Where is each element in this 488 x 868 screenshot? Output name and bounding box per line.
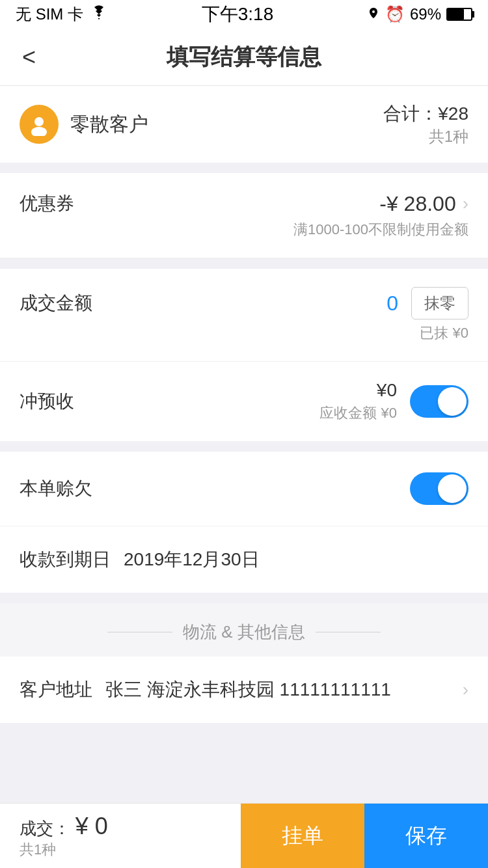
address-section: 客户地址 张三 海淀永丰科技园 11111111111 › bbox=[0, 657, 488, 723]
coupon-amount: -¥ 28.00 bbox=[379, 192, 455, 216]
logistics-title: 物流 & 其他信息 bbox=[107, 621, 381, 644]
customer-right: 合计：¥28 共1种 bbox=[383, 102, 468, 147]
toggle-knob bbox=[438, 387, 467, 416]
bottom-bar: 成交： ¥ 0 共1种 挂单 保存 bbox=[0, 803, 488, 868]
address-label: 客户地址 bbox=[20, 677, 92, 702]
coupon-label: 优惠券 bbox=[20, 191, 74, 216]
status-right: ⏰ 69% bbox=[367, 5, 472, 23]
time-display: 下午3:18 bbox=[202, 2, 274, 27]
debt-toggle-knob bbox=[438, 474, 467, 503]
logistics-line-left bbox=[107, 632, 172, 632]
prepay-label: 冲预收 bbox=[20, 389, 74, 414]
location-icon bbox=[367, 5, 380, 23]
debt-section: 本单赊欠 收款到期日 2019年12月30日 bbox=[0, 452, 488, 593]
debt-row: 本单赊欠 bbox=[0, 452, 488, 526]
transaction-amount: 0 bbox=[386, 292, 398, 316]
address-row[interactable]: 客户地址 张三 海淀永丰科技园 11111111111 › bbox=[0, 657, 488, 723]
transaction-sub: 已抹 ¥0 bbox=[20, 323, 468, 343]
bottom-amount: ¥ 0 bbox=[75, 813, 108, 839]
alarm-icon: ⏰ bbox=[385, 5, 405, 23]
divider-1 bbox=[0, 163, 488, 173]
total-amount: 合计：¥28 bbox=[383, 102, 468, 126]
prepay-toggle[interactable] bbox=[410, 385, 468, 418]
prepay-amount: ¥0 bbox=[319, 380, 397, 401]
transaction-top: 成交金额 0 抹零 bbox=[20, 287, 468, 319]
status-left: 无 SIM 卡 bbox=[16, 4, 108, 25]
prepay-row: 冲预收 ¥0 应收金额 ¥0 bbox=[0, 362, 488, 441]
prepay-right: ¥0 应收金额 ¥0 bbox=[319, 380, 468, 423]
status-bar: 无 SIM 卡 下午3:18 ⏰ 69% bbox=[0, 0, 488, 29]
coupon-desc: 满1000-100不限制使用金额 bbox=[20, 220, 468, 239]
coupon-right: -¥ 28.00 › bbox=[379, 192, 468, 216]
round-zero-button[interactable]: 抹零 bbox=[411, 287, 468, 319]
address-left: 客户地址 张三 海淀永丰科技园 11111111111 bbox=[20, 677, 391, 702]
bottom-deal-row: 成交： ¥ 0 bbox=[20, 813, 221, 840]
transaction-row: 成交金额 0 抹零 已抹 ¥0 bbox=[0, 269, 488, 362]
save-button[interactable]: 保存 bbox=[364, 804, 488, 869]
customer-section: 零散客户 合计：¥28 共1种 bbox=[0, 86, 488, 163]
payment-section: 成交金额 0 抹零 已抹 ¥0 冲预收 ¥0 应收金额 ¥0 bbox=[0, 269, 488, 441]
transaction-right: 0 抹零 bbox=[386, 287, 468, 319]
customer-name: 零散客户 bbox=[70, 111, 148, 138]
customer-left: 零散客户 bbox=[20, 105, 148, 144]
bottom-deal-label: 成交： bbox=[20, 819, 70, 838]
due-date-value: 2019年12月30日 bbox=[124, 547, 260, 572]
svg-point-1 bbox=[31, 127, 47, 136]
divider-2 bbox=[0, 258, 488, 269]
total-count: 共1种 bbox=[383, 126, 468, 147]
prepay-sub: 应收金额 ¥0 bbox=[319, 403, 397, 423]
carrier-text: 无 SIM 卡 bbox=[16, 4, 83, 25]
hang-button[interactable]: 挂单 bbox=[241, 804, 364, 869]
due-date-label: 收款到期日 bbox=[20, 547, 111, 572]
date-row: 收款到期日 2019年12月30日 bbox=[0, 526, 488, 593]
transaction-label: 成交金额 bbox=[20, 291, 92, 316]
main-content: 零散客户 合计：¥28 共1种 优惠券 -¥ 28.00 › 满1000-100… bbox=[0, 86, 488, 801]
bottom-count: 共1种 bbox=[20, 840, 221, 860]
coupon-section: 优惠券 -¥ 28.00 › 满1000-100不限制使用金额 bbox=[0, 173, 488, 258]
debt-toggle[interactable] bbox=[410, 472, 468, 505]
divider-3 bbox=[0, 441, 488, 452]
divider-4 bbox=[0, 593, 488, 603]
svg-point-0 bbox=[34, 117, 44, 126]
bottom-info: 成交： ¥ 0 共1种 bbox=[0, 813, 241, 860]
address-value: 张三 海淀永丰科技园 11111111111 bbox=[105, 677, 391, 702]
coupon-row[interactable]: 优惠券 -¥ 28.00 › 满1000-100不限制使用金额 bbox=[0, 173, 488, 258]
battery-icon bbox=[446, 8, 472, 21]
logistics-line-right bbox=[316, 632, 381, 632]
address-chevron-icon: › bbox=[463, 679, 468, 700]
debt-label: 本单赊欠 bbox=[20, 476, 92, 501]
logistics-section-header: 物流 & 其他信息 bbox=[0, 603, 488, 657]
nav-bar: < 填写结算等信息 bbox=[0, 29, 488, 86]
coupon-top: 优惠券 -¥ 28.00 › bbox=[20, 191, 468, 216]
wifi-icon bbox=[90, 5, 108, 23]
back-button[interactable]: < bbox=[16, 37, 42, 77]
avatar bbox=[20, 105, 59, 144]
prepay-top: 冲预收 ¥0 应收金额 ¥0 bbox=[20, 380, 468, 423]
battery-percent: 69% bbox=[410, 5, 441, 23]
page-title: 填写结算等信息 bbox=[167, 42, 321, 72]
chevron-right-icon: › bbox=[463, 193, 468, 214]
prepay-values: ¥0 应收金额 ¥0 bbox=[319, 380, 397, 423]
